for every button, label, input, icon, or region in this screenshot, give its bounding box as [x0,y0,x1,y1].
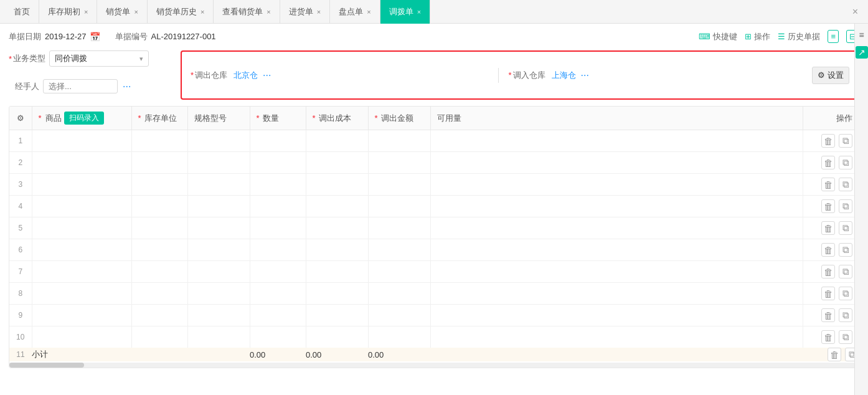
product-cell[interactable] [32,326,131,348]
spec-cell[interactable] [187,152,250,174]
cost-cell[interactable] [306,217,368,239]
right-panel-list-button[interactable]: ≡ [856,29,868,41]
unit-cell[interactable] [131,217,187,239]
copy-icon[interactable]: ⧉ [839,178,852,191]
tab-purchase-order[interactable]: 进货单 × [280,0,330,24]
delete-icon[interactable]: 🗑 [821,156,835,169]
tab-sales-history[interactable]: 销货单历史 × [148,0,214,24]
product-cell[interactable] [32,196,131,217]
close-icon[interactable]: × [134,8,138,16]
shortcut-button[interactable]: ⌨ 快捷键 [699,31,737,42]
delete-icon[interactable]: 🗑 [821,287,835,300]
copy-icon[interactable]: ⧉ [839,199,852,213]
amount-cell[interactable] [368,152,430,174]
horizontal-scrollbar[interactable] [9,363,859,368]
available-cell[interactable] [430,130,803,152]
amount-cell[interactable] [368,326,430,348]
copy-icon[interactable]: ⧉ [839,221,852,235]
scan-button[interactable]: 扫码录入 [64,112,104,125]
available-cell[interactable] [430,152,803,174]
business-type-select[interactable]: 同价调拨 ▾ [49,50,149,67]
unit-cell[interactable] [131,305,187,326]
amount-cell[interactable] [368,130,430,152]
unit-cell[interactable] [131,130,187,152]
cost-cell[interactable] [306,152,368,174]
unit-cell[interactable] [131,152,187,174]
copy-icon[interactable]: ⧉ [839,308,852,322]
spec-cell[interactable] [187,283,250,305]
unit-cell[interactable] [131,326,187,348]
settings-button[interactable]: ⚙ 设置 [812,67,849,84]
delete-icon[interactable]: 🗑 [828,348,841,361]
unit-cell[interactable] [131,174,187,196]
unit-cell[interactable] [131,261,187,283]
handler-more-button[interactable]: ··· [123,81,131,92]
available-cell[interactable] [430,174,803,196]
delete-icon[interactable]: 🗑 [821,134,835,148]
cost-cell[interactable] [306,305,368,326]
gear-column-header[interactable]: ⚙ [9,107,32,130]
quantity-cell[interactable] [250,239,306,261]
cost-cell[interactable] [306,196,368,217]
product-cell[interactable] [32,239,131,261]
quantity-cell[interactable] [250,217,306,239]
close-icon[interactable]: × [367,8,370,16]
spec-cell[interactable] [187,239,250,261]
quantity-cell[interactable] [250,196,306,217]
copy-icon[interactable]: ⧉ [839,156,852,169]
available-cell[interactable] [430,217,803,239]
spec-cell[interactable] [187,130,250,152]
product-cell[interactable] [32,152,131,174]
calendar-icon[interactable]: 📅 [90,32,100,42]
amount-cell[interactable] [368,239,430,261]
close-icon[interactable]: × [317,8,321,16]
delete-icon[interactable]: 🗑 [821,265,835,278]
tab-view-sales[interactable]: 查看销货单 × [214,0,280,24]
history-button[interactable]: ☰ 历史单据 [778,31,820,42]
close-icon[interactable]: × [84,8,88,16]
close-icon[interactable]: × [417,8,421,16]
spec-cell[interactable] [187,305,250,326]
cost-cell[interactable] [306,326,368,348]
available-cell[interactable] [430,326,803,348]
product-cell[interactable] [32,283,131,305]
product-cell[interactable] [32,261,131,283]
quantity-cell[interactable] [250,261,306,283]
cost-cell[interactable] [306,261,368,283]
scrollbar-thumb[interactable] [9,363,84,368]
available-cell[interactable] [430,239,803,261]
right-panel-export-button[interactable]: ↗ [856,46,868,59]
spec-cell[interactable] [187,326,250,348]
amount-cell[interactable] [368,261,430,283]
amount-cell[interactable] [368,196,430,217]
product-cell[interactable] [32,174,131,196]
quantity-cell[interactable] [250,305,306,326]
delete-icon[interactable]: 🗑 [821,178,835,191]
tab-transfer[interactable]: 调拨单 × [380,0,430,24]
amount-cell[interactable] [368,174,430,196]
copy-icon[interactable]: ⧉ [839,330,852,344]
close-icon[interactable]: × [200,8,204,16]
spec-cell[interactable] [187,261,250,283]
product-cell[interactable] [32,305,131,326]
tab-home[interactable]: 首页 [5,0,39,24]
spec-cell[interactable] [187,174,250,196]
warehouse-out-more-button[interactable]: ··· [263,70,271,81]
operation-button[interactable]: ⊞ 操作 [745,31,770,42]
quantity-cell[interactable] [250,130,306,152]
spec-cell[interactable] [187,196,250,217]
cost-cell[interactable] [306,239,368,261]
unit-cell[interactable] [131,196,187,217]
delete-icon[interactable]: 🗑 [821,330,835,344]
cost-cell[interactable] [306,130,368,152]
copy-icon[interactable]: ⧉ [839,134,852,148]
delete-icon[interactable]: 🗑 [821,308,835,322]
handler-input[interactable] [43,79,118,93]
amount-cell[interactable] [368,217,430,239]
copy-icon[interactable]: ⧉ [839,287,852,300]
tab-inventory-check[interactable]: 盘点单 × [330,0,380,24]
close-window-button[interactable]: × [852,6,858,17]
list-view-button[interactable]: ≡ [828,30,839,43]
cost-cell[interactable] [306,174,368,196]
available-cell[interactable] [430,283,803,305]
